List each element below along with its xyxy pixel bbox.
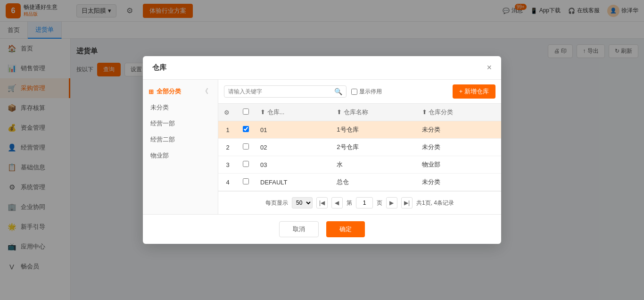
- row-checkbox[interactable]: [243, 143, 249, 150]
- row-name: 1号仓库: [331, 121, 416, 139]
- col-settings: ⚙: [218, 104, 237, 121]
- table-row[interactable]: 1 01 1号仓库 未分类: [218, 121, 501, 139]
- page-suffix: 页: [377, 199, 382, 207]
- first-page-button[interactable]: |◀: [316, 197, 328, 208]
- next-page-button[interactable]: ▶: [386, 197, 397, 208]
- row-checkbox[interactable]: [243, 126, 249, 132]
- modal-body: ⊞ 全部分类 《 未分类 经营一部 经营二部 物业部: [143, 80, 501, 214]
- row-checkbox[interactable]: [243, 178, 249, 184]
- category-header: ⊞ 全部分类 《: [143, 83, 218, 100]
- per-page-select[interactable]: 50: [292, 197, 313, 208]
- row-category: 未分类: [416, 139, 501, 156]
- sort-cat-icon: ⬆: [422, 108, 427, 116]
- page-prefix: 第: [347, 199, 352, 207]
- row-name: 水: [331, 156, 416, 174]
- search-input[interactable]: [228, 88, 332, 95]
- warehouse-table: ⚙ ⬆ 仓库... ⬆: [218, 104, 501, 191]
- sort-icon: ⬆: [260, 108, 265, 116]
- col-code-header: ⬆ 仓库...: [255, 104, 331, 121]
- sort-name-icon: ⬆: [337, 108, 342, 116]
- table-row[interactable]: 2 02 2号仓库 未分类: [218, 139, 501, 156]
- confirm-button[interactable]: 确定: [326, 221, 365, 237]
- settings-col-icon: ⚙: [224, 109, 230, 116]
- row-checkbox-cell[interactable]: [237, 174, 255, 191]
- collapse-icon[interactable]: 《: [198, 87, 212, 96]
- all-category-label: 全部分类: [157, 87, 181, 96]
- col-category-header: ⬆ 仓库分类: [416, 104, 501, 121]
- row-num: 3: [218, 156, 237, 174]
- content-panel: 🔍 显示停用 + 新增仓库 ⚙: [218, 80, 501, 214]
- modal-overlay[interactable]: 仓库 × ⊞ 全部分类 《 未分类 经营一部: [0, 0, 644, 300]
- row-num: 1: [218, 121, 237, 139]
- all-category-item[interactable]: ⊞ 全部分类: [149, 87, 181, 96]
- row-name: 总仓: [331, 174, 416, 191]
- category-item-dept1[interactable]: 经营一部: [143, 116, 218, 132]
- new-warehouse-button[interactable]: + 新增仓库: [453, 84, 495, 99]
- search-icon: 🔍: [334, 88, 342, 95]
- modal-footer: 取消 确定: [143, 214, 501, 244]
- pagination: 每页显示 50 |◀ ◀ 第 页 ▶ ▶| 共1页, 4条记录: [218, 191, 501, 214]
- row-category: 未分类: [416, 174, 501, 191]
- page-input[interactable]: [356, 197, 373, 208]
- modal-title: 仓库: [152, 63, 166, 72]
- row-name: 2号仓库: [331, 139, 416, 156]
- table-row[interactable]: 4 DEFAULT 总仓 未分类: [218, 174, 501, 191]
- modal-header: 仓库 ×: [143, 56, 501, 80]
- row-num: 2: [218, 139, 237, 156]
- table-scroll: ⚙ ⬆ 仓库... ⬆: [218, 104, 501, 191]
- last-page-button[interactable]: ▶|: [401, 197, 413, 208]
- row-code: 02: [255, 139, 331, 156]
- table-row[interactable]: 3 03 水 物业部: [218, 156, 501, 174]
- row-code: 03: [255, 156, 331, 174]
- row-checkbox-cell[interactable]: [237, 156, 255, 174]
- row-checkbox-cell[interactable]: [237, 139, 255, 156]
- close-icon[interactable]: ×: [487, 63, 492, 73]
- select-all-checkbox[interactable]: [243, 108, 249, 115]
- cancel-button[interactable]: 取消: [279, 221, 319, 237]
- category-panel: ⊞ 全部分类 《 未分类 经营一部 经营二部 物业部: [143, 80, 218, 214]
- prev-page-button[interactable]: ◀: [331, 197, 343, 208]
- row-checkbox-cell[interactable]: [237, 121, 255, 139]
- per-page-label: 每页显示: [265, 199, 288, 207]
- row-category: 未分类: [416, 121, 501, 139]
- category-item-property[interactable]: 物业部: [143, 148, 218, 164]
- row-checkbox[interactable]: [243, 161, 249, 167]
- warehouse-modal: 仓库 × ⊞ 全部分类 《 未分类 经营一部: [143, 56, 501, 244]
- show-disabled-checkbox[interactable]: [351, 89, 357, 95]
- row-code: 01: [255, 121, 331, 139]
- content-toolbar: 🔍 显示停用 + 新增仓库: [218, 80, 501, 104]
- show-disabled-label[interactable]: 显示停用: [351, 88, 382, 96]
- row-category: 物业部: [416, 156, 501, 174]
- category-item-dept2[interactable]: 经营二部: [143, 132, 218, 148]
- row-num: 4: [218, 174, 237, 191]
- search-box[interactable]: 🔍: [224, 85, 347, 98]
- row-code: DEFAULT: [255, 174, 331, 191]
- col-name-header: ⬆ 仓库名称: [331, 104, 416, 121]
- col-checkbox: [237, 104, 255, 121]
- grid-icon: ⊞: [149, 88, 154, 95]
- total-label: 共1页, 4条记录: [416, 199, 454, 207]
- category-item-unclassified[interactable]: 未分类: [143, 100, 218, 116]
